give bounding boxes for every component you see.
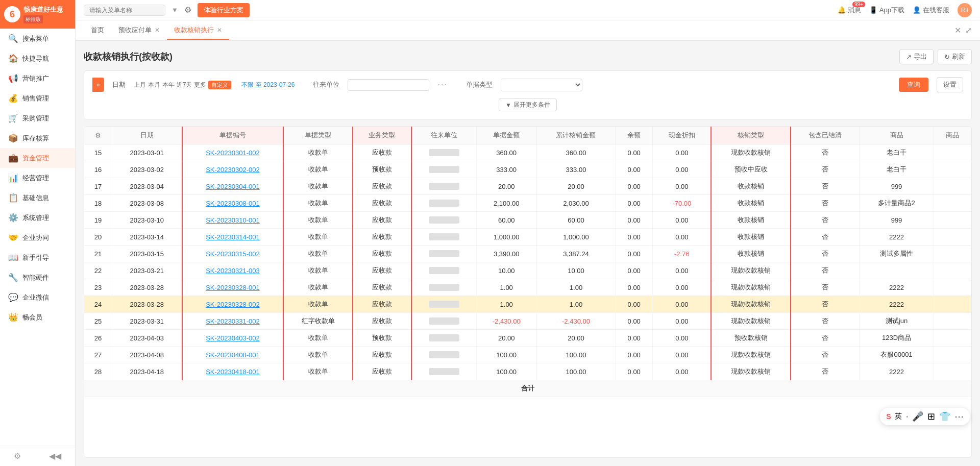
doc-no-link[interactable]: SK-20230403-002 [206,334,260,342]
doc-no-link[interactable]: SK-20230308-001 [206,200,260,207]
cell-partner [411,296,476,313]
doc-no-link[interactable]: SK-20230408-001 [206,351,260,359]
doc-no-link[interactable]: SK-20230314-001 [206,233,260,241]
doc-no-link[interactable]: SK-20230331-002 [206,317,260,325]
table-row[interactable]: 21 2023-03-15 SK-20230315-002 收款单 应收款 3,… [84,246,971,262]
cell-cash-discount: 0.00 [653,229,712,246]
tab-collection[interactable]: 收款核销执行 ✕ [167,21,229,40]
sidebar-item-search[interactable]: 🔍 搜索菜单 [0,29,75,48]
table-row[interactable]: 16 2023-03-02 SK-20230302-002 收款单 预收款 33… [84,161,971,178]
doc-no-link[interactable]: SK-20230418-001 [206,368,260,376]
sidebar-item-basic[interactable]: 📋 基础信息 [0,188,75,208]
cell-cash-discount: 0.00 [653,262,712,279]
cell-doc-type: 收款单 [283,347,353,363]
tab-prepay-close-icon[interactable]: ✕ [155,27,160,34]
cell-cancel-type: 收款核销 [711,212,791,229]
table-row[interactable]: 24 2023-03-28 SK-20230328-002 收款单 应收款 1.… [84,296,971,313]
settings-bottom-icon[interactable]: ⚙ [14,451,21,461]
last-month-link[interactable]: 上月 [134,81,146,89]
sidebar-item-guide[interactable]: 📖 新手引导 [0,248,75,267]
table-header-row: ⚙ 日期 单据编号 单据类型 业务类型 往来单位 单据金额 累计核销金额 余额 … [84,127,971,144]
sidebar-item-marketing[interactable]: 📢 营销推广 [0,68,75,88]
sidebar-item-system[interactable]: ⚙️ 系统管理 [0,208,75,228]
doc-no-link[interactable]: SK-20230328-002 [206,301,260,308]
menu-search-input[interactable] [84,5,165,16]
doc-no-link[interactable]: SK-20230321-003 [206,267,260,275]
sidebar-item-hardware[interactable]: 🔧 智能硬件 [0,267,75,287]
float-lang-icon[interactable]: 英 [895,412,902,421]
table-row[interactable]: 25 2023-03-31 SK-20230331-002 红字收款单 应收款 … [84,313,971,330]
sidebar-item-operations[interactable]: 📊 经营管理 [0,168,75,188]
cell-cancel-type: 现款收款核销 [711,296,791,313]
gear-icon[interactable]: ⚙ [184,5,191,15]
maximize-icon[interactable]: ⤢ [965,26,972,35]
collapse-icon[interactable]: ◀◀ [49,451,61,461]
settings-button[interactable]: 设置 [937,77,963,92]
expand-conditions-button[interactable]: ▼ 展开更多条件 [499,99,557,111]
sidebar-item-corp[interactable]: 🤝 企业协同 [0,228,75,248]
table-row[interactable]: 19 2023-03-10 SK-20230310-001 收款单 应收款 60… [84,212,971,229]
sidebar-item-wechat[interactable]: 💬 企业微信 [0,287,75,307]
cell-product: 999 [860,178,934,195]
sidebar-item-purchase[interactable]: 🛒 采购管理 [0,108,75,128]
custom-date-button[interactable]: 自定义 [208,81,231,89]
export-button[interactable]: ↗ 导出 [899,49,934,64]
float-shirt-icon[interactable]: 👕 [939,411,950,422]
refresh-button[interactable]: ↻ 刷新 [938,49,972,64]
hardware-icon: 🔧 [8,273,18,282]
sidebar-item-inventory[interactable]: 📦 库存核算 [0,128,75,148]
tab-home[interactable]: 首页 [84,21,111,40]
recent7-link[interactable]: 近7天 [177,81,192,89]
sidebar-item-finance[interactable]: 💼 资金管理 [0,148,75,168]
header-right: 🔔 消息 99+ 📱 App下载 👤 在线客服 Rit [838,3,972,17]
tab-prepay[interactable]: 预收应付单 ✕ [111,21,167,40]
table-row[interactable]: 18 2023-03-08 SK-20230308-001 收款单 应收款 2,… [84,195,971,212]
table-row[interactable]: 22 2023-03-21 SK-20230321-003 收款单 应收款 10… [84,262,971,279]
doc-no-link[interactable]: SK-20230302-002 [206,166,260,174]
cell-cash-discount: -2.76 [653,246,712,262]
this-year-link[interactable]: 本年 [162,81,175,89]
table-row[interactable]: 17 2023-03-04 SK-20230304-001 收款单 应收款 20… [84,178,971,195]
float-grid-icon[interactable]: ⊞ [927,411,935,422]
sidebar-item-quick-nav[interactable]: 🏠 快捷导航 [0,48,75,68]
cell-date: 2023-04-03 [112,330,182,347]
sidebar-item-member[interactable]: 👑 畅会员 [0,307,75,327]
tab-collection-close-icon[interactable]: ✕ [217,27,222,34]
table-row[interactable]: 28 2023-04-18 SK-20230418-001 收款单 应收款 10… [84,363,971,380]
cell-doc-type: 收款单 [283,178,353,195]
cell-doc-no: SK-20230314-001 [182,229,284,246]
table-row[interactable]: 20 2023-03-14 SK-20230314-001 收款单 应收款 1,… [84,229,971,246]
receipt-type-select[interactable] [501,79,582,91]
filter-expand-button[interactable]: » [92,78,104,92]
cell-amount: 20.00 [476,330,536,347]
cell-product: 2222 [860,363,934,380]
table-row[interactable]: 26 2023-04-03 SK-20230403-002 收款单 预收款 20… [84,330,971,347]
sidebar-item-label: 销售管理 [22,94,49,103]
query-button[interactable]: 查询 [899,78,928,92]
table-row[interactable]: 27 2023-04-08 SK-20230408-001 收款单 应收款 10… [84,347,971,363]
doc-no-link[interactable]: SK-20230315-002 [206,250,260,258]
sidebar-item-label: 企业微信 [22,293,49,302]
table-row[interactable]: 23 2023-03-28 SK-20230328-001 收款单 应收款 1.… [84,279,971,296]
app-download-button[interactable]: 📱 App下载 [869,6,904,15]
doc-no-link[interactable]: SK-20230304-001 [206,183,260,190]
doc-no-link[interactable]: SK-20230310-001 [206,216,260,224]
doc-no-link[interactable]: SK-20230328-001 [206,284,260,291]
partner-input[interactable] [348,79,429,91]
notification-button[interactable]: 🔔 消息 99+ [838,6,861,15]
sidebar-item-sales[interactable]: 💰 销售管理 [0,88,75,108]
more-link[interactable]: 更多 [194,81,206,89]
float-more-icon[interactable]: ⋯ [954,411,964,422]
online-service-button[interactable]: 👤 在线客服 [913,6,949,15]
this-month-link[interactable]: 本月 [148,81,160,89]
table-row[interactable]: 15 2023-03-01 SK-20230301-002 收款单 应收款 36… [84,144,971,161]
cell-date: 2023-03-15 [112,246,182,262]
industry-solution-button[interactable]: 体验行业方案 [198,3,250,17]
close-tab-icon[interactable]: ✕ [954,26,961,35]
float-mic-icon[interactable]: 🎤 [912,411,923,422]
doc-no-link[interactable]: SK-20230301-002 [206,149,260,157]
table-footer-total: 合计 [84,380,971,397]
partner-cell [429,351,459,358]
cell-cash-discount: -70.00 [653,195,712,212]
user-avatar[interactable]: Rit [958,3,972,17]
